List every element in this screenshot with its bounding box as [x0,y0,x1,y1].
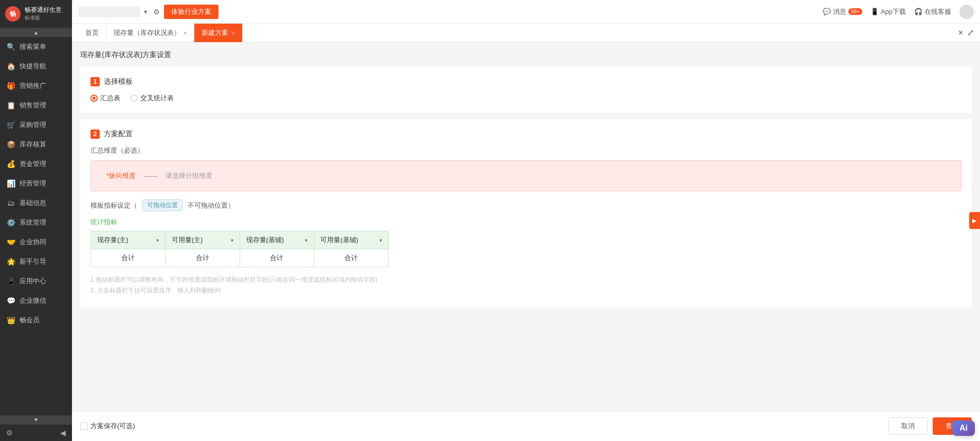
page-title: 现存量(库存状况表)方案设置 [80,50,972,60]
sidebar-item-shortcut[interactable]: 🏠 快捷导航 [0,57,72,76]
gear-sidebar-icon: ⚙️ [6,218,15,227]
stats-col-1[interactable]: 可用量(主) ▾ [166,231,240,249]
search-icon: 🔍 [6,42,15,51]
sidebar-item-search[interactable]: 🔍 搜索菜单 [0,37,72,57]
online-service-button[interactable]: 🎧 在线客服 [914,7,951,16]
stats-col-0[interactable]: 现存量(主) ▾ [91,231,166,249]
dimension-required: *纵向维度 [106,171,136,180]
indicator-settings: 模板指标设定（ 可拖动位置 不可拖动位置） [90,199,961,211]
ai-badge[interactable]: Ai [952,420,975,436]
sidebar-item-label: 经营管理 [20,179,46,188]
app-download-button[interactable]: 📱 App下载 [870,7,906,16]
cancel-button[interactable]: 取消 [888,417,928,435]
sidebar-item-purchase[interactable]: 🛒 采购管理 [0,115,72,135]
sidebar-item-basic[interactable]: 🗂 基础信息 [0,193,72,213]
search-dropdown-button[interactable]: ▾ [144,8,147,15]
section1-header: 1 选择模板 [90,77,961,86]
logo-icon: 畅 [5,6,21,22]
sidebar-scroll-down[interactable]: ▼ [0,415,72,424]
phone-icon: 📱 [6,277,15,286]
message-button[interactable]: 💬 消息 99+ [823,7,862,16]
topbar-right: 💬 消息 99+ 📱 App下载 🎧 在线客服 [823,5,974,19]
radio-crosstab-dot [131,95,138,102]
tab-new-scheme-close-icon[interactable]: × [231,30,234,36]
sidebar-item-system[interactable]: ⚙️ 系统管理 [0,213,72,232]
sidebar-item-appcenter[interactable]: 📱 应用中心 [0,271,72,291]
stats-body-col-0: 合计 [91,249,166,267]
tabs-bar: 首页 现存量（库存状况表） × 新建方案 × × ⤢ [72,24,980,42]
chevron-down-icon-0: ▾ [156,237,159,243]
sidebar-item-stock[interactable]: 📦 库存核算 [0,135,72,154]
indicator-label: 模板指标设定（ [90,201,137,210]
sidebar-item-cooperation[interactable]: 🤝 企业协同 [0,232,72,252]
sidebar-item-label: 营销推广 [20,81,46,90]
sidebar-item-label: 系统管理 [20,218,46,227]
tab-new-scheme[interactable]: 新建方案 × [194,24,242,42]
sidebar-item-label: 资金管理 [20,159,46,169]
sidebar-item-label: 新手引导 [20,257,46,266]
stats-col-3[interactable]: 可用量(基辅) ▾ [314,231,388,249]
section1-title: 选择模板 [104,77,133,86]
sidebar-scroll-up[interactable]: ▲ [0,28,72,37]
sidebar-logo: 畅 畅赛通好生意 标准版 [0,0,72,28]
window-expand-button[interactable]: ⤢ [967,28,974,38]
stats-body-col-1: 合计 [166,249,240,267]
stats-table-header: 现存量(主) ▾ 可用量(主) ▾ 现存量(基辅) ▾ 可用量(基辅) ▾ [91,231,388,249]
sidebar-item-newbie[interactable]: 🌟 新手引导 [0,252,72,271]
online-service-label: 在线客服 [924,7,951,16]
sidebar-item-wechat[interactable]: 💬 企业微信 [0,291,72,310]
sidebar-item-label: 企业微信 [20,296,46,305]
collapse-icon[interactable]: ◀ [60,429,66,437]
stats-col-1-label: 可用量(主) [172,235,203,245]
section1-card: 1 选择模板 汇总表 交叉统计表 [80,67,972,113]
sidebar-item-label: 采购管理 [20,120,46,130]
star-icon: 🌟 [6,257,15,266]
right-side-handle[interactable]: ▶ [969,212,980,229]
topbar: ▾ ⚙ 体验行业方案 💬 消息 99+ 📱 App下载 🎧 在线客服 [72,0,980,24]
sidebar-nav: 🔍 搜索菜单 🏠 快捷导航 🎁 营销推广 📋 销售管理 🛒 采购管理 📦 库存核… [0,37,72,415]
sidebar-item-marketing[interactable]: 🎁 营销推广 [0,76,72,96]
sidebar-item-label: 应用中心 [20,277,46,286]
window-close-button[interactable]: × [958,28,963,38]
sidebar-item-sales[interactable]: 📋 销售管理 [0,96,72,115]
chevron-down-icon-3: ▾ [379,237,382,243]
radio-crosstab[interactable]: 交叉统计表 [131,94,174,103]
tip-1: 2. 点击标题栏下拉可设置排序、插入列和删除列 [90,286,961,295]
headset-icon: 🎧 [914,8,922,15]
chat-icon: 💬 [6,296,15,305]
radio-summary-dot [90,95,98,102]
sidebar-item-label: 企业协同 [20,237,46,247]
topbar-gear-button[interactable]: ⚙ [153,8,160,16]
stats-body-col-2: 合计 [240,249,315,267]
sidebar-item-vip[interactable]: 👑 畅会员 [0,310,72,330]
stats-col-2[interactable]: 现存量(基辅) ▾ [240,231,315,249]
logo-text: 畅赛通好生意 [25,6,62,14]
user-avatar[interactable] [959,5,974,19]
search-input[interactable] [78,6,140,17]
money-icon: 💰 [6,159,15,169]
save-checkbox[interactable]: 方案保存(可选) [80,421,135,431]
section2-num: 2 [90,130,100,139]
radio-summary[interactable]: 汇总表 [90,94,120,103]
sidebar-item-label: 基础信息 [20,198,46,208]
sidebar-item-operations[interactable]: 📊 经营管理 [0,174,72,193]
main-area: ▾ ⚙ 体验行业方案 💬 消息 99+ 📱 App下载 🎧 在线客服 首页 [72,0,980,441]
dimension-box: *纵向维度 —— 请选择分组维度 [90,160,961,191]
message-badge: 99+ [848,8,862,15]
sidebar-item-label: 畅会员 [20,316,40,325]
dimension-placeholder[interactable]: 请选择分组维度 [166,171,212,180]
tab-home[interactable]: 首页 [78,24,106,42]
section1-num: 1 [90,77,100,86]
sidebar-bottom: ⚙ ◀ [0,424,72,441]
stats-table-body: 合计 合计 合计 合计 [91,249,388,267]
tab-inventory[interactable]: 现存量（库存状况表） × [106,24,194,42]
trial-industry-button[interactable]: 体验行业方案 [164,5,219,19]
settings-icon[interactable]: ⚙ [6,429,13,437]
message-icon: 💬 [823,8,831,15]
app-download-icon: 📱 [870,8,879,15]
indicator-draggable-badge: 可拖动位置 [142,199,183,211]
sidebar-item-finance[interactable]: 💰 资金管理 [0,154,72,174]
home-icon: 🏠 [6,62,15,71]
tabs-right: × ⤢ [958,28,974,38]
tab-inventory-close-icon[interactable]: × [184,30,187,36]
